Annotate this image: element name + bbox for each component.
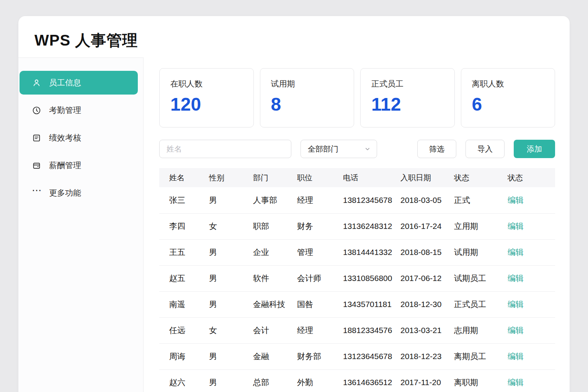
cell-position: 经理 xyxy=(297,317,343,343)
stat-label: 正式员工 xyxy=(371,78,444,89)
stat-card-departed-employees: 离职人数 6 xyxy=(461,68,555,127)
cell-department: 人事部 xyxy=(253,187,297,213)
cell-position: 经理 xyxy=(297,187,343,213)
cell-department: 软件 xyxy=(253,265,297,291)
main-content: 在职人数 120 试用期 8 正式员工 112 离职人数 6 xyxy=(144,57,570,392)
cell-hire-date: 2018-08-15 xyxy=(400,239,454,265)
cell-hire-date: 2017-11-20 xyxy=(400,369,454,392)
cell-gender: 男 xyxy=(209,291,253,317)
edit-link[interactable]: 编辑 xyxy=(508,352,524,361)
cell-status: 立用期 xyxy=(454,213,508,239)
cell-phone: 13136248312 xyxy=(343,213,400,239)
stat-label: 试用期 xyxy=(271,78,343,89)
cell-name: 王五 xyxy=(159,239,209,265)
sidebar-item-more[interactable]: ⋯ 更多功能 xyxy=(20,181,138,205)
cell-action: 编辑 xyxy=(508,213,555,239)
cell-department: 金融科技 xyxy=(253,291,297,317)
sidebar-item-payroll[interactable]: 薪酬管理 xyxy=(20,154,138,177)
cell-action: 编辑 xyxy=(508,265,555,291)
filter-button[interactable]: 筛选 xyxy=(417,140,456,158)
edit-link[interactable]: 编辑 xyxy=(508,248,524,256)
column-header-phone: 电话 xyxy=(343,168,400,187)
stat-label: 在职人数 xyxy=(170,78,243,89)
cell-department: 职部 xyxy=(253,213,297,239)
edit-link[interactable]: 编辑 xyxy=(508,300,524,309)
search-input[interactable] xyxy=(159,140,291,158)
sidebar-item-label: 员工信息 xyxy=(49,77,81,88)
cell-action: 编辑 xyxy=(508,187,555,213)
table-row: 南遥男金融科技国咎134357011812018-12-30正式员工编辑 xyxy=(159,291,555,317)
stat-value: 112 xyxy=(371,94,444,115)
stats-row: 在职人数 120 试用期 8 正式员工 112 离职人数 6 xyxy=(159,68,555,127)
stat-card-regular-employees: 正式员工 112 xyxy=(360,68,455,127)
table-header-row: 姓名 性别 部门 职位 电话 入职日期 状态 状态 xyxy=(159,168,555,187)
edit-link[interactable]: 编辑 xyxy=(508,222,524,230)
sidebar-item-employee-info[interactable]: 员工信息 xyxy=(20,71,138,95)
cell-position: 外勤 xyxy=(297,369,343,392)
cell-name: 周诲 xyxy=(159,343,209,369)
cell-name: 张三 xyxy=(159,187,209,213)
report-icon xyxy=(32,133,41,143)
cell-phone: 13310856800 xyxy=(343,265,400,291)
cell-action: 编辑 xyxy=(508,317,555,343)
stat-label: 离职人数 xyxy=(472,78,544,89)
user-icon xyxy=(32,78,41,88)
wallet-icon xyxy=(32,161,41,170)
cell-department: 企业 xyxy=(253,239,297,265)
add-button[interactable]: 添加 xyxy=(514,140,555,158)
table-row: 赵六男总部外勤136146365122017-11-20离职期编辑 xyxy=(159,369,555,392)
edit-link[interactable]: 编辑 xyxy=(508,326,524,335)
window-header: WPS 人事管理 xyxy=(18,16,570,57)
cell-position: 国咎 xyxy=(297,291,343,317)
cell-department: 金融 xyxy=(253,343,297,369)
column-header-name: 姓名 xyxy=(159,168,209,187)
cell-gender: 男 xyxy=(209,239,253,265)
cell-hire-date: 2018-03-05 xyxy=(400,187,454,213)
sidebar-item-label: 更多功能 xyxy=(49,188,81,198)
cell-hire-date: 2018-12-30 xyxy=(400,291,454,317)
stat-card-active-employees: 在职人数 120 xyxy=(159,68,254,127)
cell-status: 正式 xyxy=(454,187,508,213)
table-row: 任远女会计经理188123345762013-03-21志用期编辑 xyxy=(159,317,555,343)
cell-status: 离期员工 xyxy=(454,343,508,369)
cell-gender: 女 xyxy=(209,317,253,343)
cell-name: 任远 xyxy=(159,317,209,343)
cell-status: 志用期 xyxy=(454,317,508,343)
column-header-position: 职位 xyxy=(297,168,343,187)
cell-hire-date: 2016-17-24 xyxy=(400,213,454,239)
table-row: 周诲男金融财务部131236456782018-12-23离期员工编辑 xyxy=(159,343,555,369)
column-header-hire-date: 入职日期 xyxy=(400,168,454,187)
cell-status: 试用期 xyxy=(454,239,508,265)
column-header-status: 状态 xyxy=(454,168,508,187)
cell-status: 试期员工 xyxy=(454,265,508,291)
cell-department: 会计 xyxy=(253,317,297,343)
cell-position: 会计师 xyxy=(297,265,343,291)
cell-action: 编辑 xyxy=(508,343,555,369)
cell-phone: 13614636512 xyxy=(343,369,400,392)
department-select[interactable]: 全部部门 xyxy=(301,140,377,158)
import-button[interactable]: 导入 xyxy=(466,140,505,158)
cell-action: 编辑 xyxy=(508,291,555,317)
cell-hire-date: 2017-06-12 xyxy=(400,265,454,291)
sidebar-item-attendance[interactable]: 考勤管理 xyxy=(20,98,138,122)
edit-link[interactable]: 编辑 xyxy=(508,274,524,283)
stat-value: 120 xyxy=(170,94,243,115)
main-window: WPS 人事管理 员工信息 考勤管理 绩效考核 xyxy=(18,16,570,392)
toolbar: 全部部门 筛选 导入 添加 xyxy=(159,140,555,158)
table-row: 赵五男软件会计师133108568002017-06-12试期员工编辑 xyxy=(159,265,555,291)
cell-name: 李四 xyxy=(159,213,209,239)
cell-phone: 13435701181 xyxy=(343,291,400,317)
clock-icon xyxy=(32,106,41,115)
cell-department: 总部 xyxy=(253,369,297,392)
edit-link[interactable]: 编辑 xyxy=(508,196,524,204)
cell-status: 离职期 xyxy=(454,369,508,392)
cell-action: 编辑 xyxy=(508,369,555,392)
sidebar-item-performance[interactable]: 绩效考核 xyxy=(20,126,138,150)
sidebar-item-label: 绩效考核 xyxy=(49,132,81,143)
cell-phone: 18812334576 xyxy=(343,317,400,343)
cell-position: 管理 xyxy=(297,239,343,265)
column-header-gender: 性别 xyxy=(209,168,253,187)
cell-gender: 女 xyxy=(209,213,253,239)
sidebar-item-label: 考勤管理 xyxy=(49,105,81,116)
edit-link[interactable]: 编辑 xyxy=(508,378,524,387)
